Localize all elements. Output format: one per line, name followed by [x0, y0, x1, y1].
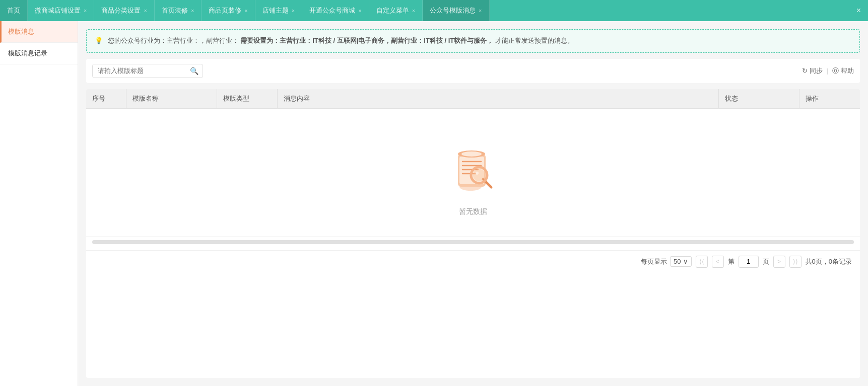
per-page-wrap: 每页显示 50 ∨ [641, 256, 691, 267]
col-header-name: 模版名称 [126, 89, 217, 108]
sync-button[interactable]: ↻ 同步 [802, 66, 823, 75]
notice-prefix: 您的公众号行业为：主营行业：，副营行业： [108, 37, 239, 44]
refresh-icon: ↻ [802, 67, 808, 74]
nav-tab-category[interactable]: 商品分类设置 × [94, 0, 154, 21]
pagination: 每页显示 50 ∨ ⟨⟨ < 第 页 > ⟩⟩ 共0页，0条记录 [86, 250, 860, 273]
col-header-content: 消息内容 [278, 89, 719, 108]
lightbulb-icon: 💡 [95, 36, 103, 46]
notice-box: 💡 您的公众号行业为：主营行业：，副营行业： 需要设置为：主营行业：IT科技 /… [86, 29, 860, 53]
horizontal-scrollbar[interactable] [92, 240, 854, 244]
top-nav: 首页 微商城店铺设置 × 商品分类设置 × 首页装修 × 商品页装修 × 店铺主… [0, 0, 868, 21]
nav-tab-home-decor-label: 首页装修 [162, 6, 188, 15]
notice-suffix: 才能正常发送预置的消息。 [495, 37, 574, 44]
nav-tab-category-label: 商品分类设置 [101, 6, 141, 15]
search-bar: 🔍 ↻ 同步 | ⓪ 帮助 [86, 59, 860, 83]
col-header-index: 序号 [86, 89, 126, 108]
nav-tab-theme[interactable]: 店铺主题 × [255, 0, 302, 21]
nav-tab-product-decor[interactable]: 商品页装修 × [202, 0, 255, 21]
scrollbar-area[interactable] [86, 237, 860, 250]
toolbar-divider: | [827, 67, 828, 74]
first-page-button[interactable]: ⟨⟨ [696, 256, 708, 268]
nav-tab-mall-label: 开通公众号商城 [309, 6, 355, 15]
nav-tab-product-decor-label: 商品页装修 [209, 6, 241, 15]
sync-label: 同步 [810, 66, 823, 75]
search-input-wrap: 🔍 [92, 64, 203, 78]
svg-point-8 [461, 151, 482, 157]
prev-page-button[interactable]: < [712, 256, 724, 268]
sidebar-item-template-msg[interactable]: 模版消息 [0, 21, 78, 43]
help-circle-icon: ⓪ [832, 66, 839, 75]
nav-tab-product-decor-close[interactable]: × [244, 8, 247, 14]
chevron-down-icon: ∨ [683, 258, 688, 265]
sidebar-item-template-msg-record-label: 模版消息记录 [8, 49, 47, 57]
nav-tab-home-label: 首页 [7, 6, 20, 15]
pagination-summary: 共0页，0条记录 [806, 257, 852, 266]
nav-tab-menu-close[interactable]: × [412, 8, 415, 14]
nav-tab-home[interactable]: 首页 [0, 0, 28, 21]
svg-point-12 [476, 172, 479, 175]
nav-tab-template-msg-close[interactable]: × [479, 8, 482, 14]
search-button[interactable]: 🔍 [186, 64, 203, 78]
sidebar: 模版消息 模版消息记录 [0, 21, 78, 386]
nav-close-all-button[interactable]: × [849, 0, 868, 21]
col-header-action: 操作 [799, 89, 860, 108]
nav-tab-theme-close[interactable]: × [292, 8, 295, 14]
per-page-select[interactable]: 50 ∨ [670, 256, 691, 267]
page-label: 第 [728, 257, 735, 266]
empty-illustration [443, 139, 503, 199]
col-header-status: 状态 [719, 89, 799, 108]
page-unit: 页 [763, 257, 769, 266]
help-button[interactable]: ⓪ 帮助 [832, 66, 854, 75]
sidebar-item-template-msg-record[interactable]: 模版消息记录 [0, 43, 78, 64]
search-input[interactable] [93, 64, 186, 77]
nav-tab-template-msg[interactable]: 公众号模版消息 × [423, 0, 489, 21]
table-header: 序号 模版名称 模版类型 消息内容 状态 操作 [86, 89, 860, 109]
table-container: 序号 模版名称 模版类型 消息内容 状态 操作 [86, 89, 860, 378]
last-page-button[interactable]: ⟩⟩ [789, 256, 802, 268]
main-layout: 模版消息 模版消息记录 💡 您的公众号行业为：主营行业：，副营行业： 需要设置为… [0, 21, 868, 386]
nav-tab-mall-close[interactable]: × [358, 8, 361, 14]
nav-tab-mall[interactable]: 开通公众号商城 × [302, 0, 369, 21]
empty-state: 暂无数据 [86, 109, 860, 237]
content-area: 💡 您的公众号行业为：主营行业：，副营行业： 需要设置为：主营行业：IT科技 /… [78, 21, 868, 386]
nav-tab-home-decor-close[interactable]: × [191, 8, 194, 14]
col-header-type: 模版类型 [217, 89, 278, 108]
nav-tab-theme-label: 店铺主题 [262, 6, 289, 15]
nav-tab-store[interactable]: 微商城店铺设置 × [28, 0, 94, 21]
help-label: 帮助 [841, 66, 854, 75]
per-page-label: 每页显示 [641, 257, 667, 266]
page-number-input[interactable] [739, 256, 759, 268]
next-page-button[interactable]: > [773, 256, 785, 268]
nav-tab-menu-label: 自定义菜单 [376, 6, 409, 15]
toolbar-right: ↻ 同步 | ⓪ 帮助 [802, 66, 854, 75]
sidebar-item-template-msg-label: 模版消息 [8, 28, 34, 35]
nav-tab-template-msg-label: 公众号模版消息 [430, 6, 476, 15]
empty-text: 暂无数据 [459, 207, 487, 216]
nav-tab-store-close[interactable]: × [84, 8, 87, 14]
nav-tab-category-close[interactable]: × [144, 8, 147, 14]
svg-point-11 [473, 169, 485, 181]
nav-tab-menu[interactable]: 自定义菜单 × [369, 0, 423, 21]
nav-tab-home-decor[interactable]: 首页装修 × [155, 0, 202, 21]
notice-highlight: 需要设置为：主营行业：IT科技 / 互联网|电子商务，副营行业：IT科技 / I… [240, 37, 493, 44]
per-page-value: 50 [674, 258, 681, 265]
nav-tab-store-label: 微商城店铺设置 [35, 6, 81, 15]
